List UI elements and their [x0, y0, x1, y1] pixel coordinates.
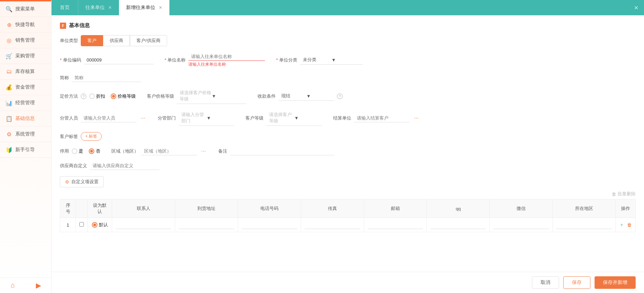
sidebar-item-operations-label: 经营管理 — [15, 100, 35, 106]
newbie-icon: 🔰 — [6, 146, 13, 153]
th-contact: 联系人 — [112, 200, 175, 218]
pricing-method-option-discount[interactable]: 折扣 — [89, 93, 105, 99]
region-more-btn[interactable]: ··· — [200, 148, 207, 154]
remark-input[interactable] — [230, 147, 335, 155]
save-button[interactable]: 保存 — [563, 276, 590, 289]
unit-category-label: 单位分类 — [276, 57, 297, 63]
row-checkbox-cell — [76, 218, 88, 232]
disabled-option-no[interactable]: 否 — [89, 148, 100, 154]
unit-name-field: 单位名称 请输入往来单位名称 — [165, 52, 265, 67]
payment-terms-help-icon[interactable]: ? — [337, 93, 343, 99]
region-input[interactable] — [141, 147, 197, 155]
row-wechat-input[interactable] — [493, 221, 549, 229]
row-default-option[interactable]: 默认 — [92, 222, 108, 228]
sidebar-item-basic-info[interactable]: 📋 基础信息 — [0, 111, 51, 127]
tab-counterparty-close[interactable]: ✕ — [108, 5, 112, 10]
row-delete-btn[interactable]: 🗑 — [627, 222, 632, 228]
row-contact — [112, 218, 175, 232]
row-checkbox[interactable] — [79, 222, 84, 227]
row-qq-input[interactable] — [430, 221, 486, 229]
sidebar-item-search[interactable]: 🔍 搜索菜单 — [0, 1, 51, 17]
table-row: 1 默认 — [60, 218, 636, 232]
sidebar-item-purchase[interactable]: 🛒 采购管理 — [0, 48, 51, 64]
pricing-method-level-dot — [112, 95, 115, 98]
row-default-radio-group: 默认 — [91, 222, 108, 228]
row-contact-input[interactable] — [116, 221, 171, 229]
unit-code-input[interactable] — [84, 56, 154, 64]
sidebar-home-btn[interactable]: ⌂ — [0, 278, 26, 293]
sidebar-item-operations[interactable]: 📊 经营管理 — [0, 95, 51, 111]
row-add-btn[interactable]: ＋ — [619, 222, 624, 228]
operations-icon: 📊 — [6, 99, 13, 106]
sidebar-item-finance[interactable]: 💰 资金管理 — [0, 80, 51, 95]
tab-new-counterparty[interactable]: 新增往来单位 ✕ — [119, 0, 170, 15]
supplier-custom-row: 供应商自定义 — [60, 162, 636, 170]
short-name-row: 简称 — [60, 74, 636, 82]
sidebar-expand-btn[interactable]: ▶ — [26, 278, 52, 293]
sidebar-item-newbie[interactable]: 🔰 新手引导 — [0, 142, 51, 158]
unit-category-dropdown[interactable]: 未分类 ▼ — [300, 55, 363, 65]
row-email — [364, 218, 427, 232]
unit-type-btn-customer[interactable]: 客户 — [81, 35, 103, 46]
sidebar-item-purchase-label: 采购管理 — [15, 53, 35, 59]
settlement-unit-more-btn[interactable]: ··· — [413, 115, 420, 121]
settlement-unit-input[interactable] — [354, 114, 410, 122]
row-default: 默认 — [88, 218, 112, 232]
disabled-option-yes[interactable]: 是 — [72, 148, 83, 154]
payment-terms-dropdown[interactable]: 现结 ▼ — [278, 91, 334, 101]
pricing-method-option-level[interactable]: 价格等级 — [111, 93, 136, 99]
sidebar-item-sales[interactable]: ◎ 销售管理 — [0, 33, 51, 48]
section-title-icon: F — [60, 23, 66, 29]
section-title-text: 基本信息 — [69, 22, 90, 29]
department-placeholder: 请输入分管部门 — [181, 112, 206, 124]
settlement-unit-field: 结算单位 ··· — [333, 114, 420, 122]
tabs-close-all[interactable]: ✕ — [634, 0, 644, 15]
customer-level-dropdown[interactable]: 请选择客户等级 ▼ — [266, 110, 322, 126]
cancel-button[interactable]: 取消 — [532, 276, 559, 289]
batch-delete-bar[interactable]: 🗑 批量删除 — [60, 191, 636, 197]
supplier-custom-input[interactable] — [90, 162, 159, 170]
th-checkbox — [76, 200, 88, 218]
row-address — [175, 218, 238, 232]
th-wechat: 微信 — [490, 200, 553, 218]
sidebar-item-system[interactable]: ⚙ 系统管理 — [0, 127, 51, 142]
short-name-input[interactable] — [72, 74, 141, 82]
finance-icon: 💰 — [6, 84, 13, 91]
add-tag-button[interactable]: + 标签 — [81, 132, 102, 141]
payment-terms-arrow: ▼ — [306, 93, 331, 99]
unit-name-input[interactable] — [188, 52, 265, 61]
row-action-btns: ＋ 🗑 — [619, 222, 632, 228]
unit-category-field: 单位分类 未分类 ▼ — [276, 55, 363, 65]
unit-type-btn-both[interactable]: 客户/供应商 — [130, 35, 167, 46]
sidebar-item-inventory[interactable]: 🗂 库存核算 — [0, 64, 51, 80]
row-phone — [238, 218, 301, 232]
customer-price-level-dropdown[interactable]: 请选择客户价格等级 ▼ — [177, 88, 246, 104]
sidebar-item-quick-nav[interactable]: ⊕ 快捷导航 — [0, 17, 51, 33]
unit-type-btn-supplier[interactable]: 供应商 — [103, 35, 130, 46]
close-all-icon[interactable]: ✕ — [634, 5, 638, 11]
row-phone-input[interactable] — [242, 221, 297, 229]
row-address-input[interactable] — [179, 221, 234, 229]
sidebar-item-search-label: 搜索菜单 — [15, 6, 35, 12]
pricing-method-help-icon[interactable]: ? — [81, 93, 86, 99]
row-default-dot — [93, 223, 96, 226]
contacts-table: 序号 设为默认 联系人 到货地址 电话号码 传真 邮箱 qq 微信 所在地区 操… — [60, 199, 636, 232]
manager-input[interactable] — [81, 114, 136, 122]
tab-home[interactable]: 首页 — [52, 0, 78, 15]
tab-counterparty[interactable]: 往来单位 ✕ — [78, 0, 119, 15]
pricing-method-level-label: 价格等级 — [118, 93, 136, 99]
save-new-button[interactable]: 保存并新增 — [595, 276, 636, 289]
manager-more-btn[interactable]: ··· — [139, 115, 147, 121]
sidebar-item-basic-info-label: 基础信息 — [15, 115, 35, 122]
department-dropdown[interactable]: 请输入分管部门 ▼ — [179, 110, 234, 126]
row-actions: ＋ 🗑 — [615, 218, 635, 232]
row-region-input[interactable] — [556, 221, 612, 229]
row-email-input[interactable] — [368, 221, 423, 229]
disabled-no-label: 否 — [96, 148, 100, 154]
tab-new-counterparty-close[interactable]: ✕ — [159, 5, 162, 10]
basic-info-icon: 📋 — [6, 115, 13, 122]
customer-price-level-label: 客户价格等级 — [147, 93, 174, 99]
row-default-label: 默认 — [99, 222, 108, 228]
row-fax-input[interactable] — [305, 221, 360, 229]
custom-settings-button[interactable]: ⚙ 自定义项设置 — [60, 176, 104, 187]
